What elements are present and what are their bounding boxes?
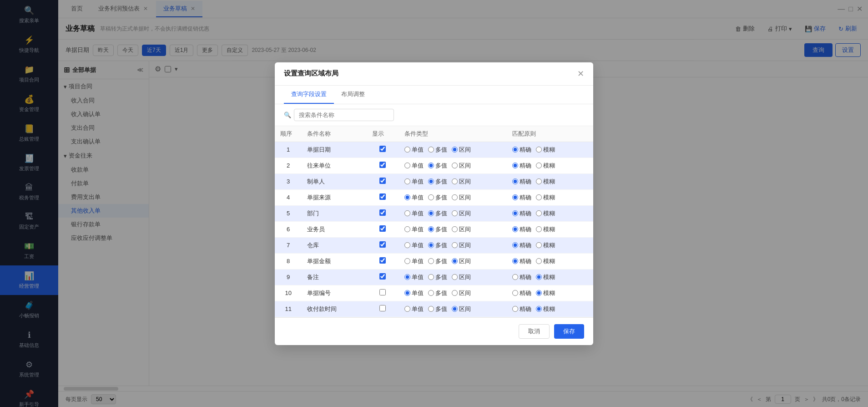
- type-single-radio[interactable]: [404, 210, 410, 216]
- match-precise-label[interactable]: 精确: [512, 241, 531, 249]
- type-multi-radio[interactable]: [428, 306, 434, 312]
- match-fuzzy-label[interactable]: 模糊: [536, 225, 555, 234]
- show-checkbox[interactable]: [379, 178, 386, 184]
- type-range-radio[interactable]: [452, 147, 458, 153]
- type-multi-radio[interactable]: [428, 290, 434, 296]
- type-range-label[interactable]: 区间: [452, 257, 471, 265]
- type-range-radio[interactable]: [452, 306, 458, 312]
- show-checkbox[interactable]: [379, 209, 386, 216]
- match-precise-label[interactable]: 精确: [512, 273, 531, 281]
- modal-tab-field-settings[interactable]: 查询字段设置: [284, 86, 334, 104]
- type-single-radio[interactable]: [404, 178, 410, 184]
- modal-tab-layout-adjust[interactable]: 布局调整: [334, 86, 372, 104]
- row-show-checkbox[interactable]: [367, 253, 399, 269]
- match-fuzzy-radio[interactable]: [536, 226, 542, 232]
- row-show-checkbox[interactable]: [367, 285, 399, 301]
- type-range-label[interactable]: 区间: [452, 146, 471, 154]
- show-checkbox[interactable]: [379, 257, 386, 264]
- match-fuzzy-label[interactable]: 模糊: [536, 146, 555, 154]
- match-fuzzy-label[interactable]: 模糊: [536, 241, 555, 249]
- type-multi-label[interactable]: 多值: [428, 162, 447, 170]
- type-range-label[interactable]: 区间: [452, 178, 471, 186]
- row-show-checkbox[interactable]: [367, 173, 399, 189]
- match-precise-radio[interactable]: [512, 306, 518, 312]
- type-range-radio[interactable]: [452, 226, 458, 232]
- type-range-radio[interactable]: [452, 258, 458, 264]
- match-fuzzy-label[interactable]: 模糊: [536, 193, 555, 202]
- match-precise-radio[interactable]: [512, 290, 518, 296]
- type-single-label[interactable]: 单值: [404, 289, 424, 297]
- match-fuzzy-label[interactable]: 模糊: [536, 257, 555, 265]
- type-multi-radio[interactable]: [428, 258, 434, 264]
- type-single-radio[interactable]: [404, 194, 410, 200]
- match-precise-label[interactable]: 精确: [512, 193, 531, 202]
- type-multi-label[interactable]: 多值: [428, 225, 447, 234]
- type-single-radio[interactable]: [404, 226, 410, 232]
- show-checkbox[interactable]: [379, 241, 386, 248]
- type-single-radio[interactable]: [404, 242, 410, 248]
- match-fuzzy-radio[interactable]: [536, 194, 542, 200]
- type-range-label[interactable]: 区间: [452, 289, 471, 297]
- match-precise-label[interactable]: 精确: [512, 146, 531, 154]
- type-single-label[interactable]: 单值: [404, 146, 424, 154]
- modal-close-button[interactable]: ✕: [577, 69, 584, 79]
- type-multi-radio[interactable]: [428, 194, 434, 200]
- row-show-checkbox[interactable]: [367, 142, 399, 158]
- match-fuzzy-radio[interactable]: [536, 274, 542, 280]
- match-precise-radio[interactable]: [512, 163, 518, 168]
- type-range-radio[interactable]: [452, 210, 458, 216]
- match-precise-label[interactable]: 精确: [512, 289, 531, 297]
- type-range-radio[interactable]: [452, 194, 458, 200]
- show-checkbox[interactable]: [379, 193, 386, 200]
- show-checkbox[interactable]: [379, 146, 386, 152]
- type-range-radio[interactable]: [452, 178, 458, 184]
- row-show-checkbox[interactable]: [367, 301, 399, 317]
- type-multi-radio[interactable]: [428, 226, 434, 232]
- type-range-radio[interactable]: [452, 163, 458, 168]
- type-multi-radio[interactable]: [428, 242, 434, 248]
- match-fuzzy-radio[interactable]: [536, 147, 542, 153]
- type-single-label[interactable]: 单值: [404, 178, 424, 186]
- type-single-radio[interactable]: [404, 163, 410, 168]
- type-single-radio[interactable]: [404, 306, 410, 312]
- match-precise-label[interactable]: 精确: [512, 257, 531, 265]
- match-precise-radio[interactable]: [512, 242, 518, 248]
- type-range-label[interactable]: 区间: [452, 225, 471, 234]
- match-precise-label[interactable]: 精确: [512, 162, 531, 170]
- type-range-radio[interactable]: [452, 242, 458, 248]
- row-show-checkbox[interactable]: [367, 205, 399, 221]
- match-precise-label[interactable]: 精确: [512, 209, 531, 218]
- show-checkbox[interactable]: [379, 162, 386, 168]
- row-show-checkbox[interactable]: [367, 269, 399, 285]
- modal-search-input[interactable]: [294, 109, 394, 121]
- match-precise-radio[interactable]: [512, 178, 518, 184]
- match-precise-radio[interactable]: [512, 194, 518, 200]
- type-range-radio[interactable]: [452, 274, 458, 280]
- type-range-label[interactable]: 区间: [452, 241, 471, 249]
- type-multi-label[interactable]: 多值: [428, 178, 447, 186]
- show-checkbox[interactable]: [379, 273, 386, 280]
- match-precise-label[interactable]: 精确: [512, 305, 531, 313]
- type-single-label[interactable]: 单值: [404, 305, 424, 313]
- type-multi-label[interactable]: 多值: [428, 289, 447, 297]
- match-fuzzy-radio[interactable]: [536, 163, 542, 168]
- match-precise-radio[interactable]: [512, 210, 518, 216]
- match-fuzzy-label[interactable]: 模糊: [536, 273, 555, 281]
- type-multi-radio[interactable]: [428, 274, 434, 280]
- show-checkbox[interactable]: [379, 305, 386, 311]
- type-single-label[interactable]: 单值: [404, 209, 424, 218]
- match-fuzzy-radio[interactable]: [536, 258, 542, 264]
- match-precise-radio[interactable]: [512, 226, 518, 232]
- row-show-checkbox[interactable]: [367, 158, 399, 173]
- type-range-radio[interactable]: [452, 290, 458, 296]
- type-range-label[interactable]: 区间: [452, 162, 471, 170]
- show-checkbox[interactable]: [379, 289, 386, 295]
- type-multi-radio[interactable]: [428, 147, 434, 153]
- type-single-label[interactable]: 单值: [404, 273, 424, 281]
- type-single-label[interactable]: 单值: [404, 257, 424, 265]
- match-fuzzy-radio[interactable]: [536, 242, 542, 248]
- match-fuzzy-label[interactable]: 模糊: [536, 209, 555, 218]
- type-multi-label[interactable]: 多值: [428, 273, 447, 281]
- match-fuzzy-label[interactable]: 模糊: [536, 305, 555, 313]
- type-multi-label[interactable]: 多值: [428, 241, 447, 249]
